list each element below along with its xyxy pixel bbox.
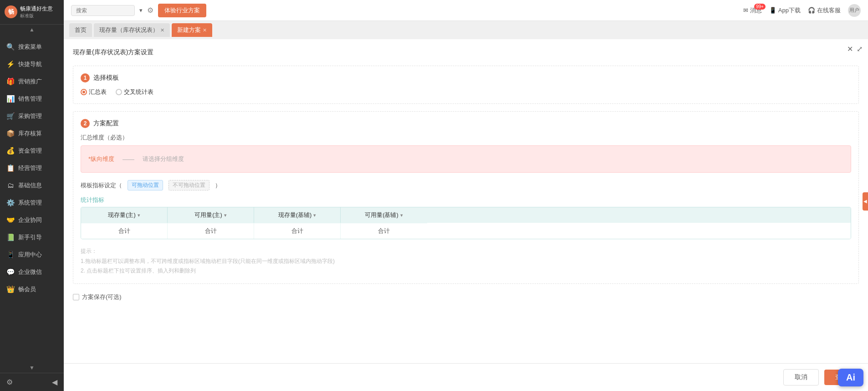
sidebar-item-sales[interactable]: 📊销售管理: [0, 90, 64, 108]
sidebar-item-label: 畅会员: [18, 285, 36, 293]
tab-home[interactable]: 首页: [69, 23, 92, 37]
section2-num: 2: [81, 119, 90, 128]
topbar-right: ✉ 消息 99+ 📱 App下载 🎧 在线客服 用户: [743, 4, 861, 17]
close-panel-button[interactable]: ✕: [847, 45, 853, 53]
trial-button[interactable]: 体验行业方案: [158, 4, 206, 17]
indicator-table-body: 合计合计合计合计: [81, 223, 851, 239]
sidebar-item-system[interactable]: ⚙️系统管理: [0, 194, 64, 211]
gear-icon[interactable]: ⚙: [147, 6, 153, 15]
sidebar-logo: 畅 畅康通好生意 标准版: [0, 0, 64, 25]
tab-label: 现存量（库存状况表）: [99, 26, 158, 34]
required-marker: *纵向维度: [88, 155, 114, 163]
sidebar-item-label: 资金管理: [18, 147, 42, 155]
inventory-icon: 📦: [6, 129, 15, 138]
table-cell: 合计: [254, 223, 341, 239]
page-body: 现存量(库存状况表)方案设置 1 选择模板 汇总表交叉统计表 2 方案配置 汇总…: [64, 39, 868, 363]
section2-header: 2 方案配置: [81, 119, 851, 128]
save-checkbox[interactable]: [73, 294, 79, 300]
template-radio-group: 汇总表交叉统计表: [81, 88, 851, 96]
page-title: 现存量(库存状况表)方案设置: [73, 48, 859, 57]
sidebar-item-label: 经营管理: [18, 164, 42, 172]
ai-badge[interactable]: Ai: [838, 369, 863, 386]
quick-nav-icon: ⚡: [6, 60, 15, 68]
sidebar-item-new-guide[interactable]: 📗新手引导: [0, 229, 64, 246]
online-service-item[interactable]: 🎧 在线客服: [808, 6, 841, 15]
sidebar-item-quick-nav[interactable]: ⚡快捷导航: [0, 56, 64, 73]
col-header-可用量(基辅)[interactable]: 可用量(基辅)▾: [341, 207, 427, 223]
stats-title: 统计指标: [81, 196, 851, 204]
marketing-icon: 🎁: [6, 77, 15, 86]
table-cell: 合计: [168, 223, 254, 239]
no-drag-badge: 不可拖动位置: [168, 180, 209, 190]
sidebar-item-wechat[interactable]: 💬企业微信: [0, 263, 64, 281]
sidebar-item-label: 营销推广: [18, 77, 42, 86]
save-option-label: 方案保存(可选): [82, 293, 122, 301]
sidebar-item-business[interactable]: 📋经营管理: [0, 159, 64, 177]
sidebar-scroll-down[interactable]: ▼: [0, 363, 64, 373]
sidebar-scroll-up[interactable]: ▲: [0, 25, 64, 35]
sidebar-item-label: 企业协同: [18, 216, 42, 224]
basic-info-icon: 🗂: [6, 181, 15, 190]
sidebar-item-label: 基础信息: [18, 181, 42, 190]
search-icon: 🔍: [6, 43, 15, 51]
tab-close-inventory-status[interactable]: ✕: [160, 27, 164, 33]
col-header-现存量(基辅)[interactable]: 现存量(基辅)▾: [254, 207, 341, 223]
app-download-label: App下载: [778, 6, 801, 15]
col-header-可用量(主)[interactable]: 可用量(主)▾: [168, 207, 254, 223]
cancel-button[interactable]: 取消: [783, 369, 819, 386]
expand-panel-button[interactable]: ⤢: [857, 45, 863, 53]
section1-num: 1: [81, 73, 90, 82]
settings-icon[interactable]: ⚙: [6, 378, 13, 386]
chevron-down-icon: ▾: [313, 212, 316, 218]
sidebar-item-contract[interactable]: 🤝企业协同: [0, 211, 64, 229]
sidebar-item-label: 新手引导: [18, 233, 42, 242]
tab-inventory-status[interactable]: 现存量（库存状况表）✕: [94, 23, 170, 37]
col-header-现存量(主)[interactable]: 现存量(主)▾: [81, 207, 168, 223]
radio-summary[interactable]: 汇总表: [81, 88, 107, 96]
chevron-down-icon: ▾: [400, 212, 403, 218]
table-cell: 合计: [81, 223, 168, 239]
business-icon: 📋: [6, 164, 15, 172]
sidebar-item-label: 库存核算: [18, 129, 42, 138]
message-icon: ✉: [743, 7, 748, 14]
sidebar-item-member[interactable]: 👑畅会员: [0, 281, 64, 298]
collapse-icon[interactable]: ◀: [52, 378, 57, 386]
sidebar-item-finance[interactable]: 💰资金管理: [0, 142, 64, 159]
sidebar-item-label: 企业微信: [18, 268, 42, 276]
side-toggle[interactable]: ◀: [863, 192, 868, 211]
dimension-area[interactable]: *纵向维度 —— 请选择分组维度: [81, 145, 851, 173]
logo-text: 畅康通好生意 标准版: [20, 5, 53, 19]
indicator-table-header: 现存量(主)▾可用量(主)▾现存量(基辅)▾可用量(基辅)▾: [81, 207, 851, 223]
tabbar: 首页现存量（库存状况表）✕新建方案✕: [64, 21, 868, 39]
tab-new-plan[interactable]: 新建方案✕: [172, 23, 212, 37]
dropdown-button[interactable]: ▾: [139, 7, 143, 14]
app-download-item[interactable]: 📱 App下载: [769, 6, 801, 15]
tab-close-new-plan[interactable]: ✕: [203, 27, 207, 33]
tab-label: 新建方案: [177, 26, 201, 34]
sidebar-item-marketing[interactable]: 🎁营销推广: [0, 73, 64, 90]
section-choose-template: 1 选择模板 汇总表交叉统计表: [73, 66, 859, 104]
app-center-icon: 📱: [6, 251, 15, 259]
section1-header: 1 选择模板: [81, 73, 851, 82]
sidebar-item-inventory[interactable]: 📦库存核算: [0, 125, 64, 142]
new-guide-icon: 📗: [6, 233, 15, 242]
indicator-settings-suffix: ）: [215, 181, 221, 190]
sidebar-item-search[interactable]: 🔍搜索菜单: [0, 38, 64, 56]
sidebar-item-basic-info[interactable]: 🗂基础信息: [0, 177, 64, 194]
sidebar-item-purchase[interactable]: 🛒采购管理: [0, 108, 64, 125]
radio-crosstab[interactable]: 交叉统计表: [116, 88, 153, 96]
tab-label: 首页: [75, 26, 87, 34]
col-label: 可用量(基辅): [365, 211, 398, 219]
search-input[interactable]: [71, 5, 135, 16]
indicator-table: 现存量(主)▾可用量(主)▾现存量(基辅)▾可用量(基辅)▾ 合计合计合计合计: [81, 207, 851, 239]
message-item[interactable]: ✉ 消息 99+: [743, 6, 762, 15]
topbar: ▾ ⚙ 体验行业方案 ✉ 消息 99+ 📱 App下载 🎧 在线客服 用户: [64, 0, 868, 21]
finance-icon: 💰: [6, 147, 15, 155]
section1-title: 选择模板: [93, 74, 119, 82]
avatar[interactable]: 用户: [848, 4, 861, 17]
dimension-label: 汇总维度（必选）: [81, 134, 851, 142]
col-label: 现存量(基辅): [278, 211, 312, 219]
indicator-settings-label: 模板指标设定（: [81, 181, 122, 190]
sidebar-item-app-center[interactable]: 📱应用中心: [0, 246, 64, 263]
sidebar-item-label: 采购管理: [18, 112, 42, 120]
